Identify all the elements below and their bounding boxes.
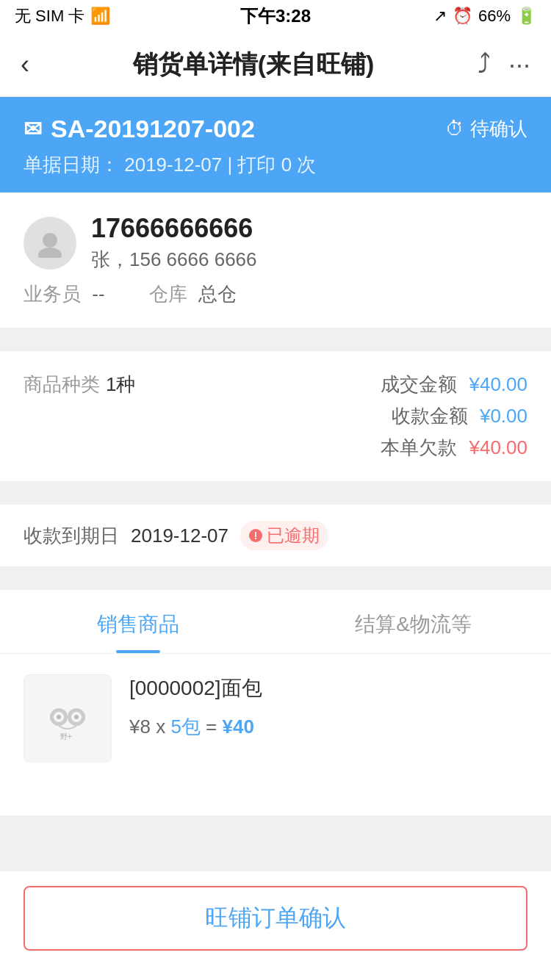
tabs-section: 销售商品 结算&物流等	[0, 590, 551, 654]
transaction-row: 成交金额 ¥40.00	[381, 372, 527, 397]
order-date-row: 单据日期： 2019-12-07 | 打印 0 次	[24, 152, 527, 178]
customer-top: 17666666666 张，156 6666 6666	[24, 213, 527, 273]
wifi-icon: 📶	[90, 7, 110, 26]
back-button[interactable]: ‹	[21, 49, 29, 80]
status-bar: 无 SIM 卡 📶 下午3:28 ↗ ⏰ 66% 🔋	[0, 0, 551, 32]
warehouse-value: 总仓	[198, 283, 237, 305]
status-text: 待确认	[470, 116, 527, 142]
product-qty: 5包	[170, 716, 200, 738]
customer-name: 张，156 6666 6666	[91, 247, 257, 273]
confirm-order-button[interactable]: 旺铺订单确认	[24, 886, 527, 951]
transaction-value: ¥40.00	[469, 373, 527, 396]
salesperson-item: 业务员 --	[24, 281, 105, 307]
order-print-info: | 打印 0 次	[227, 154, 316, 176]
alarm-icon: ⏰	[453, 7, 472, 26]
order-status: ⏱ 待确认	[445, 116, 527, 142]
summary-row: 商品种类 1种 成交金额 ¥40.00 收款金额 ¥0.00 本单欠款 ¥40.…	[24, 372, 527, 461]
amounts-group: 成交金额 ¥40.00 收款金额 ¥0.00 本单欠款 ¥40.00	[381, 372, 527, 461]
receipt-row: 收款金额 ¥0.00	[392, 403, 527, 429]
balance-value: ¥40.00	[469, 436, 527, 459]
product-type-value: 1种	[106, 372, 135, 397]
svg-point-0	[43, 233, 57, 248]
status-bar-time: 下午3:28	[240, 4, 311, 28]
product-equals: =	[201, 716, 223, 738]
overdue-text: 已逾期	[267, 524, 320, 547]
nav-actions: ⤴ ···	[478, 49, 530, 80]
overdue-badge: ! 已逾期	[240, 521, 328, 550]
product-type-group: 商品种类 1种	[24, 372, 135, 397]
warehouse-label: 仓库	[149, 283, 187, 305]
more-button[interactable]: ···	[508, 49, 530, 80]
overdue-icon: !	[249, 529, 262, 542]
order-date-value: 2019-12-07	[124, 154, 222, 176]
status-clock-icon: ⏱	[445, 118, 464, 140]
customer-section: 17666666666 张，156 6666 6666 业务员 -- 仓库 总仓	[0, 192, 551, 328]
product-thumbnail: 野+	[24, 674, 112, 763]
receipt-value: ¥0.00	[480, 405, 527, 428]
customer-info: 17666666666 张，156 6666 6666	[91, 213, 257, 273]
svg-point-7	[74, 715, 79, 719]
section-divider-3	[0, 578, 551, 590]
svg-text:野+: 野+	[60, 732, 72, 741]
location-icon: ↗	[433, 7, 447, 26]
product-total: ¥40	[222, 716, 253, 738]
order-id-text: SA-20191207-002	[51, 115, 255, 143]
due-date-label: 收款到期日	[24, 523, 119, 549]
section-divider-1	[0, 339, 551, 351]
receipt-label: 收款金额	[392, 403, 468, 429]
due-date-value: 2019-12-07	[131, 525, 228, 547]
section-divider-2	[0, 493, 551, 505]
status-bar-right: ↗ ⏰ 66% 🔋	[433, 7, 536, 26]
nav-bar: ‹ 销货单详情(来自旺铺) ⤴ ···	[0, 32, 551, 97]
status-bar-left: 无 SIM 卡 📶	[15, 5, 110, 27]
customer-meta: 业务员 -- 仓库 总仓	[24, 281, 527, 307]
transaction-label: 成交金额	[381, 372, 457, 397]
order-id: ✉ SA-20191207-002	[24, 115, 255, 143]
share-button[interactable]: ⤴	[478, 49, 491, 80]
customer-phone: 17666666666	[91, 213, 257, 244]
balance-row: 本单欠款 ¥40.00	[381, 435, 527, 461]
svg-point-1	[38, 248, 62, 258]
product-price-row: ¥8 x 5包 = ¥40	[129, 714, 527, 740]
summary-section: 商品种类 1种 成交金额 ¥40.00 收款金额 ¥0.00 本单欠款 ¥40.…	[0, 351, 551, 481]
product-name: [0000002]面包	[129, 674, 527, 702]
product-item: 野+ [0000002]面包 ¥8 x 5包 = ¥40	[24, 674, 527, 763]
tab-sales-products[interactable]: 销售商品	[0, 590, 276, 653]
svg-point-6	[57, 715, 61, 719]
battery-icon: 🔋	[516, 7, 536, 26]
order-header-top: ✉ SA-20191207-002 ⏱ 待确认	[24, 115, 527, 143]
carrier-text: 无 SIM 卡	[15, 5, 84, 27]
salesperson-value: --	[92, 283, 104, 305]
balance-label: 本单欠款	[381, 435, 457, 461]
tabs-bar: 销售商品 结算&物流等	[0, 590, 551, 654]
order-header-banner: ✉ SA-20191207-002 ⏱ 待确认 单据日期： 2019-12-07…	[0, 97, 551, 192]
product-section: 野+ [0000002]面包 ¥8 x 5包 = ¥40	[0, 654, 551, 815]
due-date-section: 收款到期日 2019-12-07 ! 已逾期	[0, 505, 551, 566]
product-type-label: 商品种类	[24, 372, 100, 397]
bottom-bar: 旺铺订单确认	[0, 871, 551, 980]
product-price-label: ¥8 x	[129, 716, 170, 738]
tab-settlement-logistics[interactable]: 结算&物流等	[276, 590, 551, 653]
order-icon: ✉	[24, 116, 42, 142]
order-date-label: 单据日期：	[24, 154, 119, 176]
salesperson-label: 业务员	[24, 283, 81, 305]
product-info: [0000002]面包 ¥8 x 5包 = ¥40	[129, 674, 527, 740]
avatar	[24, 217, 76, 270]
page-title: 销货单详情(来自旺铺)	[133, 48, 375, 82]
battery-text: 66%	[478, 7, 511, 26]
warehouse-item: 仓库 总仓	[149, 281, 237, 307]
